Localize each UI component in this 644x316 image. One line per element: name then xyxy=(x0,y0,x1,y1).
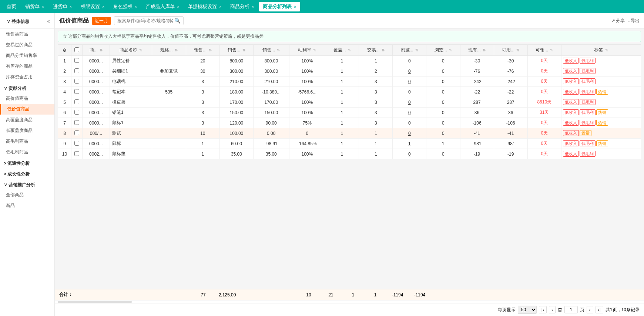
sidebar-item-category-rate[interactable]: 商品分类销售率 xyxy=(0,50,54,61)
sidebar-collapse-btn[interactable]: « xyxy=(46,17,51,26)
col-browse1[interactable]: 浏览... ⇅ xyxy=(393,45,426,56)
cell-browse1[interactable]: 0 xyxy=(393,77,426,87)
sidebar-item-high-coverage[interactable]: 高覆盖度商品 xyxy=(0,115,54,125)
sidebar-item-high-margin[interactable]: 高毛利商品 xyxy=(0,136,54,147)
nav-template[interactable]: 单据模板设置 × xyxy=(184,2,225,11)
search-input[interactable] xyxy=(114,16,184,25)
sidebar-item-low-value[interactable]: 低价值商品 xyxy=(0,104,54,115)
time-filter-btn[interactable]: 近一月 xyxy=(92,17,111,25)
sidebar-group-growth[interactable]: > 成长性分析 xyxy=(0,168,54,179)
sidebar-item-stock-goods[interactable]: 有库存的商品 xyxy=(0,61,54,72)
page-title: 低价值商品 xyxy=(59,17,89,25)
cell-browse1[interactable]: 0 xyxy=(393,66,426,77)
col-trade[interactable]: 交易... ⇅ xyxy=(359,45,393,56)
sidebar-item-sales-goods[interactable]: 销售类商品 xyxy=(0,29,54,40)
nav-close-analysis-list[interactable]: × xyxy=(294,4,296,9)
col-code[interactable]: 商... ⇅ xyxy=(83,45,110,56)
sidebar-group-overall[interactable]: ∨ 整体信息 xyxy=(3,16,33,26)
col-checkbox[interactable] xyxy=(71,45,83,56)
nav-close-production[interactable]: × xyxy=(177,4,179,9)
sidebar-group-circulation[interactable]: > 流通性分析 xyxy=(0,157,54,168)
search-icon[interactable]: 🔍 xyxy=(174,18,181,24)
cell-checkbox[interactable] xyxy=(71,149,83,159)
prev-page-btn[interactable]: ‹ xyxy=(549,306,556,313)
row-checkbox[interactable] xyxy=(74,68,79,73)
cell-browse1[interactable]: 0 xyxy=(393,97,426,108)
col-available[interactable]: 可用... ⇅ xyxy=(494,45,527,56)
row-checkbox[interactable] xyxy=(74,130,79,135)
first-page-btn[interactable]: |‹ xyxy=(539,306,547,313)
cell-browse1[interactable]: 0 xyxy=(393,108,426,118)
cell-checkbox[interactable] xyxy=(71,128,83,139)
cell-checkbox[interactable] xyxy=(71,66,83,77)
cell-checkbox[interactable] xyxy=(71,87,83,97)
row-checkbox[interactable] xyxy=(74,79,79,84)
cell-checkbox[interactable] xyxy=(71,56,83,66)
cell-browse1[interactable]: 0 xyxy=(393,87,426,97)
nav-analysis-list[interactable]: 商品分析列表 × xyxy=(259,2,300,11)
cell-checkbox[interactable] xyxy=(71,108,83,118)
share-btn[interactable]: ↗ 分享 xyxy=(611,18,625,24)
col-gross-rate[interactable]: 毛利率 ⇅ xyxy=(289,45,325,56)
page-size-select[interactable]: 50 100 200 xyxy=(518,306,537,314)
footer-sales-amt: 2,125.00 xyxy=(212,292,242,298)
cell-browse1[interactable]: 1 xyxy=(393,139,426,149)
nav-close-role[interactable]: × xyxy=(135,4,137,9)
sidebar-item-low-coverage[interactable]: 低覆盖度商品 xyxy=(0,125,54,136)
nav-role[interactable]: 角色授权 × xyxy=(110,2,141,11)
select-all-checkbox[interactable] xyxy=(74,47,79,52)
row-checkbox[interactable] xyxy=(74,89,79,94)
cell-spec: 535 xyxy=(152,87,186,97)
row-checkbox[interactable] xyxy=(74,58,79,63)
cell-name: 鼠标1 xyxy=(110,118,152,128)
nav-close-purchase[interactable]: × xyxy=(70,4,72,9)
sidebar-item-stock-fund[interactable]: 库存资金占用 xyxy=(0,72,54,82)
col-coverage[interactable]: 覆盖... ⇅ xyxy=(325,45,359,56)
col-name[interactable]: 商品名称 ⇅ xyxy=(110,45,152,56)
cell-checkbox[interactable] xyxy=(71,139,83,149)
col-browse2[interactable]: 浏览... ⇅ xyxy=(426,45,460,56)
page-input[interactable] xyxy=(564,306,578,313)
cell-browse1[interactable]: 0 xyxy=(393,149,426,159)
sidebar-item-new-goods[interactable]: 新品 xyxy=(0,200,54,211)
row-checkbox[interactable] xyxy=(74,141,79,146)
nav-production[interactable]: 产成品入库单 × xyxy=(142,2,183,11)
export-btn[interactable]: ↓ 导出 xyxy=(628,18,640,24)
row-checkbox[interactable] xyxy=(74,110,79,115)
row-checkbox[interactable] xyxy=(74,120,79,125)
col-sales-amt[interactable]: 销售... ⇅ xyxy=(219,45,253,56)
sidebar-group-marketing[interactable]: ∨ 营销推广分析 xyxy=(0,179,54,190)
nav-close-template[interactable]: × xyxy=(219,4,221,9)
nav-home[interactable]: 首页 xyxy=(3,2,20,11)
next-page-btn[interactable]: › xyxy=(587,306,593,313)
cell-browse1[interactable]: 0 xyxy=(393,128,426,139)
nav-sales[interactable]: 销货单 × xyxy=(21,2,48,11)
nav-close-permission[interactable]: × xyxy=(102,4,104,9)
col-spec[interactable]: 规格... ⇅ xyxy=(152,45,186,56)
col-sales-qty[interactable]: 销售... ⇅ xyxy=(186,45,219,56)
col-sales-price[interactable]: 销售... ⇅ xyxy=(253,45,289,56)
sidebar-item-low-margin[interactable]: 低毛利商品 xyxy=(0,147,54,157)
cell-checkbox[interactable] xyxy=(71,97,83,108)
col-gear[interactable]: ⚙ xyxy=(58,45,71,56)
nav-permission[interactable]: 权限设置 × xyxy=(77,2,108,11)
scroll-indicator[interactable] xyxy=(55,300,644,303)
col-saleable[interactable]: 可销... ⇅ xyxy=(527,45,561,56)
nav-purchase[interactable]: 进货单 × xyxy=(49,2,76,11)
cell-browse1[interactable]: 0 xyxy=(393,56,426,66)
nav-analysis[interactable]: 商品分析 × xyxy=(227,2,258,11)
sidebar-item-all-goods[interactable]: 全部商品 xyxy=(0,190,54,200)
col-tags[interactable]: 标签 ⇅ xyxy=(561,45,641,56)
col-current[interactable]: 现有... ⇅ xyxy=(460,45,494,56)
cell-checkbox[interactable] xyxy=(71,77,83,87)
nav-close-analysis[interactable]: × xyxy=(252,4,254,9)
sidebar-item-traded-goods[interactable]: 交易过的商品 xyxy=(0,40,54,50)
cell-checkbox[interactable] xyxy=(71,118,83,128)
last-page-btn[interactable]: ›| xyxy=(596,306,603,313)
nav-close-sales[interactable]: × xyxy=(42,4,44,9)
sidebar-group-contribution[interactable]: ∨ 贡献分析 xyxy=(0,82,54,93)
sidebar-item-high-value[interactable]: 高价值商品 xyxy=(0,93,54,104)
row-checkbox[interactable] xyxy=(74,99,79,104)
row-checkbox[interactable] xyxy=(74,151,79,156)
cell-browse1[interactable]: 0 xyxy=(393,118,426,128)
